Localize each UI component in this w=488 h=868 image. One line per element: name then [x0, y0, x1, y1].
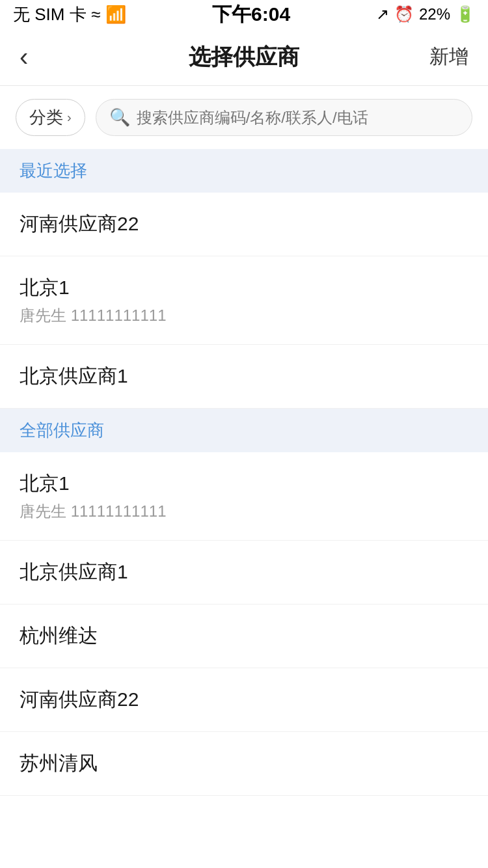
- status-right: ↗ ⏰ 22% 🔋: [376, 5, 475, 23]
- alarm-icon: ⏰: [394, 5, 414, 23]
- item-name: 北京1: [20, 470, 468, 497]
- category-label: 分类: [29, 106, 63, 129]
- search-icon: 🔍: [109, 107, 130, 128]
- status-bar: 无 SIM 卡 ≈ 📶 下午6:04 ↗ ⏰ 22% 🔋: [0, 0, 488, 29]
- recent-list: 河南供应商22北京1唐先生 11111111111北京供应商1: [0, 193, 488, 409]
- nav-bar: ‹ 选择供应商 新增: [0, 29, 488, 86]
- list-item[interactable]: 河南供应商22: [0, 668, 488, 732]
- list-item[interactable]: 杭州维达: [0, 604, 488, 668]
- chevron-right-icon: ›: [67, 110, 72, 125]
- back-button[interactable]: ‹: [20, 42, 72, 72]
- item-name: 苏州清风: [20, 750, 468, 777]
- status-left: 无 SIM 卡 ≈ 📶: [13, 3, 126, 26]
- list-item[interactable]: 北京供应商1: [0, 541, 488, 604]
- all-list: 北京1唐先生 11111111111北京供应商1杭州维达河南供应商22苏州清风: [0, 452, 488, 796]
- all-section-label: 全部供应商: [20, 420, 104, 440]
- item-contact: 唐先生 11111111111: [20, 501, 468, 522]
- sim-status: 无 SIM 卡 ≈: [13, 3, 100, 26]
- item-name: 杭州维达: [20, 623, 468, 649]
- add-button[interactable]: 新增: [416, 44, 468, 70]
- search-box[interactable]: 🔍: [96, 99, 472, 136]
- recent-section-header: 最近选择: [0, 149, 488, 193]
- item-name: 北京1: [20, 275, 468, 301]
- item-name: 北京供应商1: [20, 559, 468, 586]
- battery-level: 22%: [419, 5, 450, 23]
- category-filter[interactable]: 分类 ›: [16, 99, 85, 136]
- recent-section-label: 最近选择: [20, 161, 87, 180]
- all-section-header: 全部供应商: [0, 409, 488, 452]
- item-contact: 唐先生 11111111111: [20, 305, 468, 326]
- list-item[interactable]: 北京1唐先生 11111111111: [0, 256, 488, 345]
- battery-icon: 🔋: [455, 5, 475, 23]
- item-name: 河南供应商22: [20, 211, 468, 237]
- page-title: 选择供应商: [189, 42, 299, 72]
- status-time: 下午6:04: [212, 1, 290, 28]
- item-name: 河南供应商22: [20, 686, 468, 713]
- search-input[interactable]: [137, 109, 459, 127]
- list-item[interactable]: 北京供应商1: [0, 345, 488, 409]
- list-item[interactable]: 北京1唐先生 11111111111: [0, 452, 488, 541]
- wifi-icon: 📶: [105, 5, 126, 25]
- list-item[interactable]: 河南供应商22: [0, 193, 488, 256]
- filter-bar: 分类 › 🔍: [0, 86, 488, 149]
- list-item[interactable]: 苏州清风: [0, 732, 488, 796]
- location-icon: ↗: [376, 5, 389, 23]
- item-name: 北京供应商1: [20, 363, 468, 390]
